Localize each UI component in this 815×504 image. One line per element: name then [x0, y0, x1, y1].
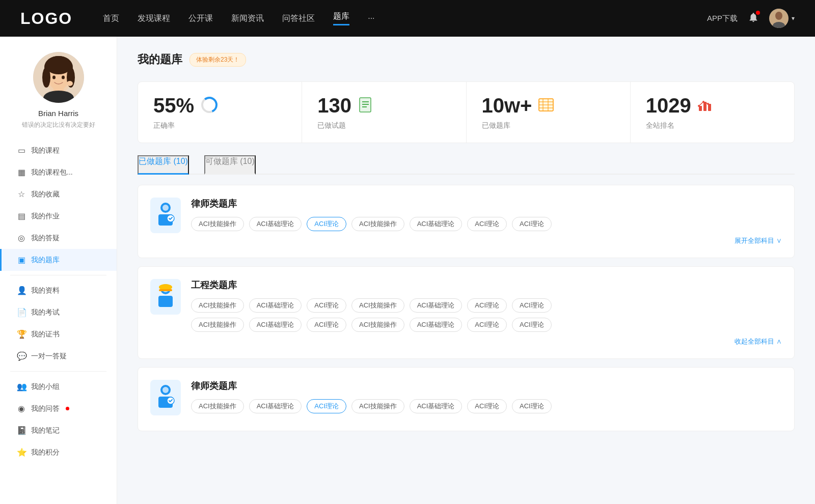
tag-2b-7[interactable]: ACI理论	[512, 318, 552, 332]
nav-question-bank[interactable]: 题库	[333, 11, 349, 25]
tag-2-4[interactable]: ACI技能操作	[351, 298, 404, 313]
stat-top-banks: 10w+	[482, 94, 615, 117]
notes-icon: 📓	[17, 426, 26, 435]
sidebar-item-homework[interactable]: ▤ 我的作业	[0, 205, 117, 227]
sidebar-item-favorites[interactable]: ☆ 我的收藏	[0, 183, 117, 205]
stat-top-questions: 130	[317, 94, 450, 117]
tag-3-6[interactable]: ACI理论	[467, 399, 507, 413]
sidebar-item-my-qa[interactable]: ◉ 我的问答	[0, 398, 117, 419]
sidebar-item-label: 我的证书	[31, 330, 60, 339]
tag-1-4[interactable]: ACI技能操作	[351, 217, 404, 231]
top-navigation: LOGO 首页 发现课程 公开课 新闻资讯 问答社区 题库 ··· APP下载 …	[0, 0, 815, 37]
banks-label: 已做题库	[482, 121, 615, 130]
tag-1-5[interactable]: ACI基础理论	[410, 217, 463, 231]
qbank-tags-1: ACI技能操作 ACI基础理论 ACI理论 ACI技能操作 ACI基础理论 AC…	[191, 217, 782, 231]
sidebar-item-course-package[interactable]: ▦ 我的课程包...	[0, 161, 117, 183]
tag-1-6[interactable]: ACI理论	[467, 217, 507, 231]
sidebar-item-notes[interactable]: 📓 我的笔记	[0, 419, 117, 441]
svg-rect-43	[159, 289, 172, 291]
sidebar-item-label: 我的笔记	[31, 426, 60, 435]
app-download[interactable]: APP下载	[707, 14, 738, 23]
chart-icon	[697, 97, 714, 115]
sidebar-item-label: 我的积分	[31, 448, 60, 457]
sidebar-item-label: 我的问答	[31, 404, 60, 413]
sidebar-item-label: 我的作业	[31, 212, 60, 221]
questions-value: 130	[317, 94, 351, 117]
svg-point-35	[707, 103, 709, 105]
sidebar-item-label: 我的收藏	[31, 190, 60, 199]
sidebar-item-label: 我的题库	[31, 256, 60, 265]
tag-1-2[interactable]: ACI基础理论	[249, 217, 302, 231]
expand-button-1[interactable]: 展开全部科目 ∨	[191, 236, 782, 245]
qa-icon: ◎	[17, 233, 26, 243]
main-content: 我的题库 体验剩余23天！ 55% 正确率	[117, 37, 815, 504]
tag-2-3[interactable]: ACI理论	[307, 298, 346, 313]
nav-news[interactable]: 新闻资讯	[231, 13, 264, 24]
tag-2b-5[interactable]: ACI基础理论	[410, 318, 463, 332]
svg-point-1	[775, 12, 782, 20]
notification-dot	[756, 11, 760, 15]
sidebar-item-points[interactable]: ⭐ 我的积分	[0, 441, 117, 463]
qbank-card-lawyer-1: 律师类题库 ACI技能操作 ACI基础理论 ACI理论 ACI技能操作 ACI基…	[138, 185, 795, 258]
engineer-icon	[150, 279, 181, 315]
tag-2-5[interactable]: ACI基础理论	[410, 298, 463, 313]
qbank-tags-2b: ACI技能操作 ACI基础理论 ACI理论 ACI技能操作 ACI基础理论 AC…	[191, 318, 782, 332]
tag-2-7[interactable]: ACI理论	[512, 298, 552, 313]
tag-3-5[interactable]: ACI基础理论	[410, 399, 463, 413]
qbank-title-2: 工程类题库	[191, 279, 782, 291]
collapse-button-2[interactable]: 收起全部科目 ∧	[191, 337, 782, 346]
avatar-image	[769, 9, 789, 28]
nav-more[interactable]: ···	[368, 14, 374, 23]
page-title: 我的题库	[138, 52, 182, 67]
tag-1-3[interactable]: ACI理论	[307, 217, 346, 231]
tag-2b-6[interactable]: ACI理论	[467, 318, 507, 332]
sidebar-item-qa[interactable]: ◎ 我的答疑	[0, 227, 117, 249]
sidebar: Brian Harris 错误的决定比没有决定要好 ▭ 我的课程 ▦ 我的课程包…	[0, 37, 117, 504]
chevron-down-icon: ▾	[792, 15, 795, 22]
tab-available-banks[interactable]: 可做题库 (10)	[204, 155, 256, 175]
accuracy-value: 55%	[153, 94, 194, 117]
tag-2b-3[interactable]: ACI理论	[307, 318, 346, 332]
tag-2b-4[interactable]: ACI技能操作	[351, 318, 404, 332]
pie-chart-icon	[200, 96, 219, 116]
sidebar-item-group[interactable]: 👥 我的小组	[0, 376, 117, 398]
tag-3-1[interactable]: ACI技能操作	[191, 399, 244, 413]
nav-qa[interactable]: 问答社区	[282, 13, 315, 24]
sidebar-item-certificate[interactable]: 🏆 我的证书	[0, 323, 117, 345]
qbank-tags-2a: ACI技能操作 ACI基础理论 ACI理论 ACI技能操作 ACI基础理论 AC…	[191, 298, 782, 313]
sidebar-item-label: 我的课程包...	[31, 168, 73, 177]
homework-icon: ▤	[17, 211, 26, 221]
sidebar-item-profile[interactable]: 👤 我的资料	[0, 279, 117, 301]
qbank-header-2: 工程类题库 ACI技能操作 ACI基础理论 ACI理论 ACI技能操作 ACI基…	[150, 279, 782, 346]
stat-questions-done: 130 已做试题	[302, 82, 466, 143]
tag-1-7[interactable]: ACI理论	[512, 217, 552, 231]
tag-1-1[interactable]: ACI技能操作	[191, 217, 244, 231]
my-qa-icon: ◉	[17, 404, 26, 413]
sidebar-item-exam[interactable]: 📄 我的考试	[0, 301, 117, 323]
tag-3-7[interactable]: ACI理论	[512, 399, 552, 413]
nav-discover[interactable]: 发现课程	[138, 13, 170, 24]
lawyer-icon-2	[150, 380, 181, 415]
notification-bell[interactable]	[748, 12, 759, 25]
nav-open-course[interactable]: 公开课	[188, 13, 213, 24]
ranking-label: 全站排名	[646, 121, 779, 130]
tab-done-banks[interactable]: 已做题库 (10)	[138, 155, 189, 175]
sidebar-item-one-on-one[interactable]: 💬 一对一答疑	[0, 345, 117, 367]
sidebar-item-my-courses[interactable]: ▭ 我的课程	[0, 139, 117, 161]
tag-2b-1[interactable]: ACI技能操作	[191, 318, 244, 332]
tag-3-4[interactable]: ACI技能操作	[351, 399, 404, 413]
sidebar-item-label: 我的考试	[31, 308, 60, 317]
tag-2-2[interactable]: ACI基础理论	[249, 298, 302, 313]
logo[interactable]: LOGO	[20, 9, 72, 28]
sidebar-divider-2	[10, 371, 106, 372]
tag-2-1[interactable]: ACI技能操作	[191, 298, 244, 313]
tag-3-2[interactable]: ACI基础理论	[249, 399, 302, 413]
sidebar-item-question-bank[interactable]: ▣ 我的题库	[0, 249, 117, 271]
user-avatar-nav[interactable]: ▾	[769, 9, 795, 28]
tag-2b-2[interactable]: ACI基础理论	[249, 318, 302, 332]
tag-3-3[interactable]: ACI理论	[307, 399, 346, 413]
svg-point-34	[702, 101, 704, 103]
nav-home[interactable]: 首页	[103, 13, 119, 24]
stat-top-accuracy: 55%	[153, 94, 286, 117]
tag-2-6[interactable]: ACI理论	[467, 298, 507, 313]
